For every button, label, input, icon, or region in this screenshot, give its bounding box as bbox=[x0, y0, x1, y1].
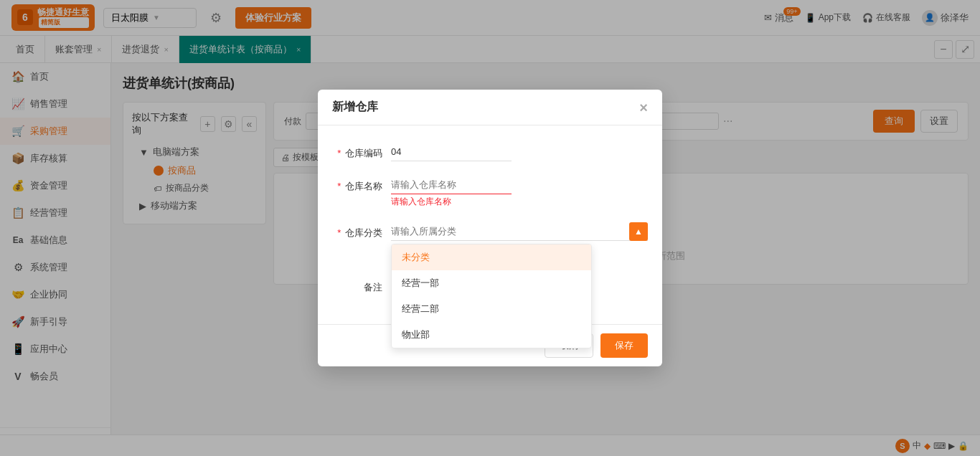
dropdown-item-dept2[interactable]: 经营二部 bbox=[392, 296, 591, 322]
category-required: * bbox=[337, 227, 341, 238]
dropdown-item-property[interactable]: 物业部 bbox=[392, 322, 591, 348]
save-button[interactable]: 保存 bbox=[600, 333, 648, 358]
remark-label: 备注 bbox=[332, 277, 382, 294]
name-label: * 仓库名称 bbox=[332, 176, 382, 193]
modal-body: * 仓库编码 * 仓库名称 请输入仓库名称 bbox=[318, 125, 662, 324]
category-label: * 仓库分类 bbox=[332, 222, 382, 239]
category-input[interactable] bbox=[391, 222, 648, 241]
name-input-wrap: 请输入仓库名称 bbox=[391, 176, 648, 208]
modal-title: 新增仓库 bbox=[332, 100, 378, 115]
code-label: * 仓库编码 bbox=[332, 143, 382, 160]
category-toggle-button[interactable]: ▲ bbox=[629, 222, 648, 241]
name-error-message: 请输入仓库名称 bbox=[391, 196, 648, 208]
category-field-row: * 仓库分类 ▲ 未分类 经营一部 经营二部 物业部 bbox=[332, 222, 648, 241]
name-field-row: * 仓库名称 请输入仓库名称 bbox=[332, 176, 648, 208]
modal-overlay: 新增仓库 × * 仓库编码 * 仓库名称 bbox=[0, 0, 980, 456]
warehouse-name-input[interactable] bbox=[391, 176, 512, 194]
modal-header: 新增仓库 × bbox=[318, 90, 662, 125]
new-warehouse-modal: 新增仓库 × * 仓库编码 * 仓库名称 bbox=[318, 90, 662, 366]
name-required: * bbox=[337, 181, 341, 191]
warehouse-code-input[interactable] bbox=[391, 143, 512, 161]
category-dropdown: 未分类 经营一部 经营二部 物业部 bbox=[391, 244, 592, 348]
code-field-row: * 仓库编码 bbox=[332, 143, 648, 161]
dropdown-item-dept1[interactable]: 经营一部 bbox=[392, 270, 591, 296]
dropdown-item-unclassified[interactable]: 未分类 bbox=[392, 244, 591, 270]
category-input-wrap: ▲ 未分类 经营一部 经营二部 物业部 bbox=[391, 222, 648, 241]
code-required: * bbox=[337, 148, 341, 158]
code-input-wrap bbox=[391, 143, 648, 161]
modal-close-button[interactable]: × bbox=[639, 100, 648, 115]
